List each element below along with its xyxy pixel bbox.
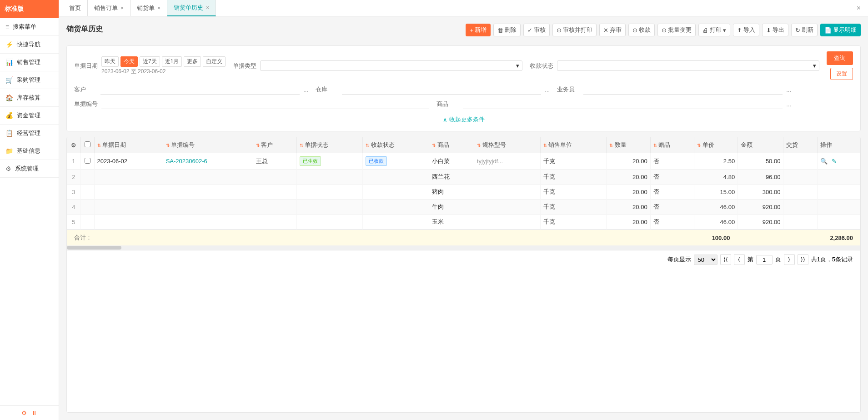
salesperson-input[interactable] bbox=[583, 85, 783, 95]
row-unit: 千克 bbox=[540, 153, 607, 170]
sidebar-item-quick-nav[interactable]: ⚡ 快捷导航 bbox=[0, 36, 59, 54]
warehouse-input[interactable] bbox=[342, 85, 541, 95]
row-unit: 千克 bbox=[540, 215, 607, 230]
customer-more-icon[interactable]: ... bbox=[303, 86, 308, 93]
tab-sales-delivery-close[interactable]: × bbox=[157, 5, 161, 11]
product-filter-input[interactable] bbox=[463, 99, 783, 109]
doc-number-link[interactable]: SA-20230602-6 bbox=[166, 158, 207, 165]
payment-status-dropdown-icon: ▾ bbox=[813, 62, 816, 69]
sidebar-item-finance[interactable]: 💰 资金管理 bbox=[0, 107, 59, 125]
view-action[interactable]: 🔍 bbox=[820, 158, 828, 165]
row-num: 2 bbox=[67, 170, 80, 185]
date-btn-more[interactable]: 更多 bbox=[184, 56, 201, 67]
scrollbar-thumb[interactable] bbox=[67, 246, 121, 250]
operations-icon: 📋 bbox=[5, 130, 13, 137]
settings-button[interactable]: 设置 bbox=[830, 68, 853, 80]
page-first-btn[interactable]: ⟨⟨ bbox=[720, 254, 731, 265]
query-button[interactable]: 查询 bbox=[827, 51, 853, 65]
date-btn-7days[interactable]: 近7天 bbox=[140, 56, 160, 67]
audit-print-button[interactable]: ⊙ 审核并打印 bbox=[552, 24, 597, 36]
print-button[interactable]: 🖨 打印 ▾ bbox=[698, 24, 730, 36]
new-button[interactable]: + 新增 bbox=[466, 24, 491, 36]
doc-number-input[interactable] bbox=[101, 99, 429, 109]
sidebar-item-inventory[interactable]: 🏠 库存核算 bbox=[0, 89, 59, 107]
sidebar-settings-icon[interactable]: ⚙ bbox=[21, 410, 27, 416]
payment-status-select[interactable]: ▾ bbox=[557, 60, 819, 71]
sidebar-item-purchase-mgmt[interactable]: 🛒 采购管理 bbox=[0, 71, 59, 89]
salesperson-more-icon[interactable]: ... bbox=[786, 86, 791, 93]
show-detail-button[interactable]: 📄 显示明细 bbox=[820, 24, 861, 36]
horizontal-scrollbar[interactable] bbox=[67, 245, 860, 250]
edit-action[interactable]: ✎ bbox=[832, 158, 837, 165]
tab-sales-delivery[interactable]: 销货单 × bbox=[130, 0, 167, 16]
page-next-btn[interactable]: ⟩ bbox=[784, 254, 795, 265]
warehouse-more-icon[interactable]: ... bbox=[545, 86, 550, 93]
tab-sales-history-close[interactable]: × bbox=[206, 5, 209, 11]
sidebar-item-basic-info[interactable]: 📁 基础信息 bbox=[0, 142, 59, 160]
table-header-row: ⚙ ⇅ 单据日期 ⇅ 单据编号 ⇅ 客户 ⇅ 单据状态 ⇅ 收款状态 ⇅ 商品 … bbox=[67, 137, 860, 153]
col-settings[interactable]: ⚙ bbox=[67, 137, 80, 153]
date-btn-yesterday[interactable]: 昨天 bbox=[101, 56, 119, 67]
row-date: 2023-06-02 bbox=[94, 153, 163, 170]
tab-close-all[interactable]: × bbox=[853, 4, 864, 12]
row-doc-status bbox=[296, 200, 363, 215]
per-page-select[interactable]: 50 100 200 bbox=[694, 255, 717, 265]
page-last-btn[interactable]: ⟩⟩ bbox=[798, 254, 808, 265]
row-product: 玉米 bbox=[429, 215, 474, 230]
audit-button[interactable]: ✓ 审核 bbox=[523, 24, 550, 36]
print-dropdown-icon: ▾ bbox=[723, 27, 726, 34]
delete-button[interactable]: 🗑 删除 bbox=[493, 24, 521, 36]
tab-home[interactable]: 首页 bbox=[63, 0, 88, 16]
pagination: 每页显示 50 100 200 ⟨⟨ ⟨ 第 页 ⟩ ⟩⟩ 共1页，5条记录 bbox=[67, 250, 860, 269]
row-checkbox bbox=[80, 185, 94, 200]
tab-sales-history[interactable]: 销货单历史 × bbox=[167, 0, 216, 16]
col-date[interactable]: ⇅ 单据日期 bbox=[94, 137, 163, 153]
sidebar-item-search-menu[interactable]: ≡ 搜索菜单 bbox=[0, 18, 59, 36]
col-gift[interactable]: ⇅ 赠品 bbox=[650, 137, 694, 153]
sidebar-pause-icon[interactable]: ⏸ bbox=[31, 410, 37, 416]
col-quantity[interactable]: ⇅ 数量 bbox=[607, 137, 650, 153]
sidebar-item-system-mgmt[interactable]: ⚙ 系统管理 bbox=[0, 160, 59, 178]
page-number-input[interactable] bbox=[756, 255, 773, 265]
col-doc-status[interactable]: ⇅ 单据状态 bbox=[296, 137, 363, 153]
row-number: SA-20230602-6 bbox=[163, 153, 253, 170]
col-customer[interactable]: ⇅ 客户 bbox=[253, 137, 296, 153]
col-unit-price[interactable]: ⇅ 单价 bbox=[694, 137, 738, 153]
page-prev-btn[interactable]: ⟨ bbox=[734, 254, 745, 265]
row-transaction bbox=[783, 185, 817, 200]
salesperson-label: 业务员 bbox=[557, 85, 580, 94]
col-product[interactable]: ⇅ 商品 bbox=[429, 137, 474, 153]
customer-input[interactable] bbox=[100, 85, 300, 95]
refresh-button[interactable]: ↻ 刷新 bbox=[791, 24, 818, 36]
row-customer: 王总 bbox=[253, 153, 296, 170]
row-checkbox bbox=[80, 200, 94, 215]
batch-change-button[interactable]: ⊙ 批量变更 bbox=[657, 24, 696, 36]
sidebar-item-operations[interactable]: 📋 经营管理 bbox=[0, 125, 59, 142]
row-checkbox bbox=[80, 170, 94, 185]
import-button[interactable]: ⬆ 导入 bbox=[733, 24, 759, 36]
date-filter-label: 单据日期 bbox=[74, 62, 98, 70]
col-spec[interactable]: ⇅ 规格型号 bbox=[474, 137, 541, 153]
row-select-checkbox[interactable] bbox=[85, 158, 90, 164]
select-all-checkbox[interactable] bbox=[85, 141, 90, 147]
doc-number-label: 单据编号 bbox=[74, 100, 98, 108]
row-customer bbox=[253, 200, 296, 215]
doc-type-select[interactable]: ▾ bbox=[260, 60, 522, 71]
date-btn-today[interactable]: 今天 bbox=[120, 56, 138, 67]
tab-sales-order-close[interactable]: × bbox=[120, 5, 124, 11]
export-button[interactable]: ⬇ 导出 bbox=[762, 24, 788, 36]
discard-button[interactable]: ✕ 弃审 bbox=[599, 24, 626, 36]
collapse-button[interactable]: ∧ 收起更多条件 bbox=[74, 114, 853, 125]
collect-button[interactable]: ⊙ 收款 bbox=[628, 24, 655, 36]
date-btn-custom[interactable]: 自定义 bbox=[203, 56, 226, 67]
col-unit[interactable]: ⇅ 销售单位 bbox=[540, 137, 607, 153]
product-more-icon[interactable]: ... bbox=[786, 101, 791, 108]
sidebar-item-sales-mgmt[interactable]: 📊 销售管理 bbox=[0, 54, 59, 71]
row-number bbox=[163, 215, 253, 230]
col-payment-status[interactable]: ⇅ 收款状态 bbox=[363, 137, 429, 153]
col-number[interactable]: ⇅ 单据编号 bbox=[163, 137, 253, 153]
tab-sales-order[interactable]: 销售订单 × bbox=[88, 0, 130, 16]
row-gift: 否 bbox=[650, 200, 694, 215]
date-btn-1month[interactable]: 近1月 bbox=[162, 56, 182, 67]
row-spec bbox=[474, 170, 541, 185]
